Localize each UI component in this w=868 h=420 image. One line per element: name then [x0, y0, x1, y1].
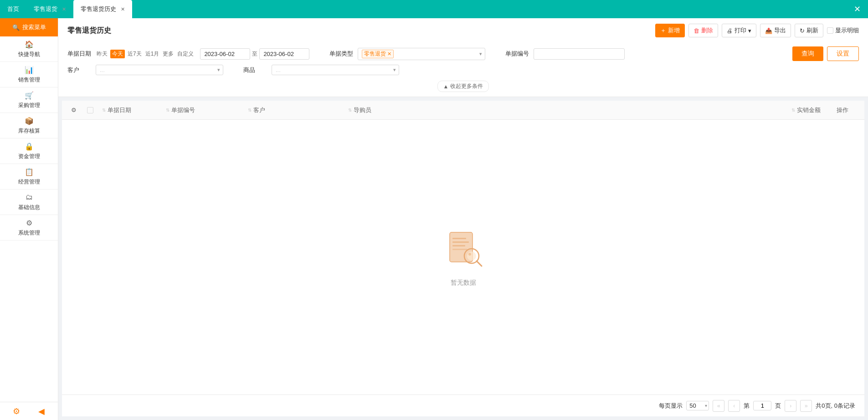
sidebar-item-capital-mgmt-label: 资金管理: [18, 153, 40, 160]
sidebar-item-capital-mgmt[interactable]: 🔒 资金管理: [0, 138, 58, 164]
th-guide[interactable]: ⇅ 导购员: [344, 106, 408, 114]
sort-icon-customer: ⇅: [248, 108, 252, 113]
filter-number-label: 单据编号: [505, 50, 531, 58]
purchase-icon: 🛒: [25, 91, 34, 100]
display-detail-text: 显示明细: [835, 26, 859, 35]
filter-number-input[interactable]: [534, 48, 625, 60]
tab-home-label: 首页: [7, 5, 19, 13]
th-checkbox[interactable]: [82, 107, 98, 113]
collapse-up-icon: ▲: [443, 83, 449, 90]
filter-item-customer: 客户 ... ▾: [67, 65, 223, 75]
search-menu-label: 搜索菜单: [22, 23, 46, 31]
filter-customer-select[interactable]: ... ▾: [96, 65, 223, 75]
sidebar-item-business-mgmt[interactable]: 📋 经营管理: [0, 164, 58, 190]
goods-arrow-icon: ▾: [393, 67, 396, 73]
top-bar: 首页 零售退货 ✕ 零售退货历史 ✕ ✕: [0, 0, 868, 18]
next-page-icon: ›: [790, 403, 791, 409]
first-page-button[interactable]: «: [713, 400, 724, 412]
th-customer[interactable]: ⇅ 客户: [244, 106, 344, 114]
per-page-label: 每页显示: [659, 402, 683, 410]
setting-label: 设置: [837, 50, 849, 57]
empty-text: 暂无数据: [451, 279, 476, 287]
filter-setting-button[interactable]: 设置: [827, 46, 859, 61]
th-actions-label: 操作: [837, 106, 848, 114]
customer-arrow-icon: ▾: [217, 67, 220, 73]
delete-button[interactable]: 🗑 删除: [688, 24, 718, 37]
capital-icon: 🔒: [25, 142, 34, 151]
export-label: 导出: [774, 26, 786, 35]
date-to-input[interactable]: [259, 48, 309, 60]
new-button[interactable]: ＋ 新增: [655, 24, 685, 37]
sidebar-item-system-mgmt[interactable]: ⚙ 系统管理: [0, 215, 58, 241]
type-tag-close[interactable]: ✕: [387, 51, 391, 57]
date-shortcut-today[interactable]: 今天: [110, 50, 125, 58]
search-menu-button[interactable]: 🔍 搜索菜单: [0, 18, 58, 36]
filter-type-select[interactable]: 零售退货 ✕ ▾: [358, 48, 485, 60]
tab-retail-return[interactable]: 零售退货 ✕: [26, 0, 73, 18]
export-button[interactable]: 📤 导出: [760, 24, 791, 37]
date-shortcut-more[interactable]: 更多: [162, 50, 175, 58]
th-actions: 操作: [824, 106, 861, 114]
filter-customer-label: 客户: [67, 66, 93, 74]
export-icon: 📤: [765, 27, 772, 34]
sort-icon-number: ⇅: [166, 108, 169, 113]
sidebar-settings-button[interactable]: ⚙: [9, 404, 24, 419]
sidebar-item-inventory[interactable]: 📦 库存核算: [0, 113, 58, 138]
sidebar-item-quick-nav[interactable]: 🏠 快捷导航: [0, 36, 58, 62]
per-page-select[interactable]: 10 20 50 100: [686, 401, 709, 410]
page-number-input[interactable]: [753, 401, 771, 410]
business-icon: 📋: [25, 167, 34, 176]
page-title-row: 零售退货历史 ＋ 新增 🗑 删除 🖨 打印 ▾: [67, 24, 859, 37]
sidebar-item-quick-nav-label: 快捷导航: [18, 51, 40, 58]
tab-retail-return-history-close[interactable]: ✕: [121, 6, 125, 12]
tab-retail-return-history[interactable]: 零售退货历史 ✕: [73, 0, 132, 18]
toolbar: ＋ 新增 🗑 删除 🖨 打印 ▾ 📤 导出: [655, 24, 859, 37]
prev-page-button[interactable]: ‹: [728, 400, 740, 412]
window-close-button[interactable]: ✕: [847, 4, 868, 14]
filter-date-label: 单据日期: [67, 50, 93, 58]
filter-goods-label: 商品: [243, 66, 269, 74]
content-area: 零售退货历史 ＋ 新增 🗑 删除 🖨 打印 ▾: [58, 18, 868, 420]
sidebar-item-purchase-mgmt[interactable]: 🛒 采购管理: [0, 87, 58, 113]
header-checkbox[interactable]: [87, 107, 93, 113]
date-shortcut-7days[interactable]: 近7天: [127, 50, 143, 58]
date-from-input[interactable]: [200, 48, 250, 60]
home-icon: 🏠: [25, 40, 34, 49]
sidebar-collapse-button[interactable]: ◀: [34, 404, 49, 419]
last-page-button[interactable]: »: [800, 400, 812, 412]
svg-rect-1: [452, 238, 466, 239]
print-button[interactable]: 🖨 打印 ▾: [722, 24, 756, 37]
prev-page-icon: ‹: [733, 403, 735, 409]
date-shortcut-yesterday[interactable]: 昨天: [96, 50, 108, 58]
th-number[interactable]: ⇅ 单据编号: [162, 106, 244, 114]
tab-home[interactable]: 首页: [0, 0, 26, 18]
customer-placeholder: ...: [100, 67, 105, 73]
refresh-label: 刷新: [806, 26, 818, 35]
next-page-button[interactable]: ›: [785, 400, 796, 412]
sidebar: 🔍 搜索菜单 🏠 快捷导航 📊 销售管理 🛒 采购管理 📦 库存核算 🔒: [0, 18, 58, 420]
filter-area: 单据日期 昨天 今天 近7天 近1月 更多 自定义 至: [67, 43, 859, 97]
system-icon: ⚙: [25, 218, 34, 227]
sidebar-item-sales-mgmt[interactable]: 📊 销售管理: [0, 62, 58, 87]
filter-item-number: 单据编号: [505, 48, 625, 60]
sidebar-item-business-mgmt-label: 经营管理: [18, 178, 40, 186]
th-amount[interactable]: ⇅ 实销金额: [408, 106, 824, 114]
date-shortcut-custom[interactable]: 自定义: [176, 50, 195, 58]
tab-retail-return-close[interactable]: ✕: [62, 6, 66, 12]
main-layout: 🔍 搜索菜单 🏠 快捷导航 📊 销售管理 🛒 采购管理 📦 库存核算 🔒: [0, 18, 868, 420]
filter-goods-select[interactable]: ... ▾: [272, 65, 399, 75]
date-shortcut-1month[interactable]: 近1月: [144, 50, 160, 58]
query-button[interactable]: 查询: [792, 46, 823, 61]
date-shortcuts: 昨天 今天 近7天 近1月 更多 自定义: [96, 50, 195, 58]
sidebar-item-basic-info[interactable]: 🗂 基础信息: [0, 190, 58, 215]
display-detail-toggle[interactable]: 显示明细: [827, 26, 859, 35]
th-settings[interactable]: ⚙: [66, 107, 82, 113]
print-icon: 🖨: [727, 27, 733, 34]
page-unit: 页: [775, 402, 781, 410]
display-detail-checkbox[interactable]: [827, 27, 833, 34]
th-date[interactable]: ⇅ 单据日期: [98, 106, 162, 114]
collapse-button[interactable]: ▲ 收起更多条件: [437, 81, 489, 92]
sidebar-bottom: ⚙ ◀: [0, 402, 58, 420]
th-amount-label: 实销金额: [797, 106, 821, 114]
refresh-button[interactable]: ↻ 刷新: [795, 24, 823, 37]
